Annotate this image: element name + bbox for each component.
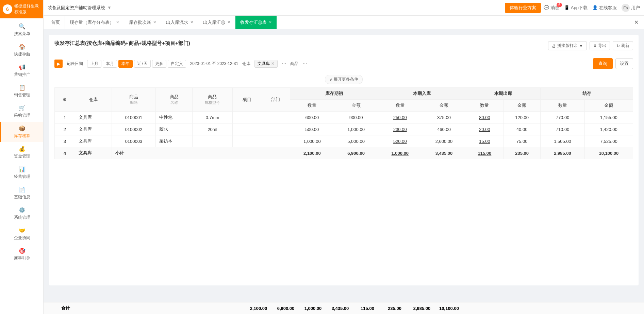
subtotal-in-qty: 1,000.00 [378, 147, 422, 159]
expand-more-btn[interactable]: ∨ 展开更多条件 [325, 75, 363, 84]
date-btn-custom[interactable]: 自定义 [168, 60, 186, 68]
th-out-amt: 金额 [503, 100, 541, 112]
page-header-actions: 🖨 拼接版打印 ▼ ⬇ 导出 ↻ 刷新 [548, 41, 633, 50]
refresh-icon: ↻ [616, 44, 620, 48]
tab-recv-send-summary[interactable]: 收发存汇总表 ✕ [235, 16, 277, 29]
sidebar-item-basic[interactable]: 📄 基础信息 [0, 183, 43, 203]
tab-close-inout-summary[interactable]: ✕ [227, 20, 230, 24]
basic-icon: 📄 [19, 186, 26, 193]
th-bal-amt: 金额 [584, 100, 633, 112]
row-out-qty[interactable]: 80.00 [466, 112, 503, 123]
th-group-balance: 结存 [541, 88, 633, 100]
sidebar-item-operation[interactable]: 📊 经营管理 [0, 163, 43, 183]
row-goods-name: 胶水 [156, 123, 193, 135]
tab-inout-flow[interactable]: 出入库流水 ✕ [161, 16, 198, 29]
sidebar-item-search[interactable]: 🔍 搜索菜单 [0, 20, 43, 40]
row-dept [261, 123, 290, 135]
sidebar-item-finance[interactable]: 💰 资金管理 [0, 142, 43, 163]
date-btn-this-year[interactable]: 本年 [118, 60, 133, 68]
row-in-qty[interactable]: 520.00 [378, 135, 422, 147]
export-button[interactable]: ⬇ 导出 [590, 41, 610, 50]
query-button[interactable]: 查询 [593, 58, 613, 69]
purchase-icon: 🛒 [19, 105, 26, 111]
column-settings-icon[interactable]: ⚙ [63, 97, 67, 102]
tab-bar: 首页 现存量（库存分布表） ✕ 库存批次账 ✕ 出入库流水 ✕ 出入库汇总 ✕ … [44, 16, 644, 29]
user-label: 用户 [631, 5, 640, 11]
tab-close-batch-ledger[interactable]: ✕ [153, 20, 156, 24]
row-open-amt: 900.00 [334, 112, 378, 123]
subtotal-row: 4 文具库 小计 2,100.00 6,900.00 1,000.00 3,43… [55, 147, 633, 159]
date-btn-last-month[interactable]: 上月 [87, 60, 101, 68]
row-in-qty[interactable]: 250.00 [378, 112, 422, 123]
app-download-item[interactable]: 📱 App下载 [564, 5, 588, 11]
user-item[interactable]: Ea 用户 [622, 4, 640, 12]
page-title: 收发存汇总表(按仓库+商品编码+商品+规格型号+项目+部门) [54, 40, 190, 47]
tab-close-inout-flow[interactable]: ✕ [190, 20, 193, 24]
row-bal-qty: 770.00 [541, 112, 584, 123]
warehouse-tag: 文具库 ✕ [254, 60, 278, 68]
download-icon: 📱 [564, 5, 569, 10]
th-dept: 部门 [261, 88, 290, 112]
row-goods-code: 0100001 [112, 112, 155, 123]
setting-button[interactable]: 设置 [615, 58, 633, 69]
th-goods-code: 商品 编码 [112, 88, 155, 112]
row-project [232, 112, 261, 123]
goods-more-btn[interactable]: ··· [302, 61, 307, 67]
row-bal-amt: 1,420.00 [584, 123, 633, 135]
sidebar-item-purchase[interactable]: 🛒 采购管理 [0, 101, 43, 122]
sidebar-item-inventory[interactable]: 📦 库存核算 [0, 122, 43, 142]
tab-home[interactable]: 首页 [46, 16, 65, 29]
message-badge: 6 [557, 3, 562, 7]
row-goods-name: 中性笔 [156, 112, 193, 123]
sidebar-item-marketing[interactable]: 📢 营销推广 [0, 61, 43, 81]
th-project: 项目 [232, 88, 261, 112]
row-in-qty[interactable]: 230.00 [378, 123, 422, 135]
dropdown-icon: ▼ [107, 5, 112, 10]
sidebar-item-quick-nav[interactable]: 🏠 快捷导航 [0, 40, 43, 61]
row-bal-qty: 1,505.00 [541, 135, 584, 147]
warehouse-tag-remove[interactable]: ✕ [271, 61, 275, 66]
tab-close-stock-dist[interactable]: ✕ [116, 20, 119, 24]
date-btn-more[interactable]: 更多 [152, 60, 166, 68]
sidebar-item-sales[interactable]: 📋 销售管理 [0, 81, 43, 101]
tab-bar-close[interactable]: ✕ [631, 19, 641, 26]
expand-bar: ∨ 展开更多条件 [54, 75, 633, 84]
row-seq: 3 [55, 135, 75, 147]
refresh-button[interactable]: ↻ 刷新 [613, 41, 633, 50]
sidebar-item-newbie[interactable]: 🎯 新手引导 [0, 244, 43, 265]
row-seq: 2 [55, 123, 75, 135]
filter-collapse-btn[interactable]: ▶ [54, 60, 63, 68]
total-in-qty: 1,000.00 [299, 306, 327, 311]
tab-inout-summary[interactable]: 出入库汇总 ✕ [198, 16, 235, 29]
sidebar-item-enterprise[interactable]: 🤝 企业协同 [0, 224, 43, 244]
page-header: 收发存汇总表(按仓库+商品编码+商品+规格型号+项目+部门) 🖨 拼接版打印 ▼… [54, 40, 633, 51]
subtotal-open-amt: 6,900.00 [334, 147, 378, 159]
date-btn-this-month[interactable]: 本月 [103, 60, 117, 68]
filter-row-1: 记账日期 上月 本月 本年 近7天 更多 自定义 2023-01-01 至 20… [67, 58, 633, 69]
row-bal-amt: 1,155.00 [584, 112, 633, 123]
row-out-qty[interactable]: 15.00 [466, 135, 503, 147]
row-goods-code: 0100003 [112, 135, 155, 147]
th-settings[interactable]: ⚙ [55, 88, 75, 112]
tab-stock-dist[interactable]: 现存量（库存分布表） ✕ [65, 16, 124, 29]
online-service-item[interactable]: 👤 在线客服 [592, 5, 617, 11]
th-in-qty: 数量 [378, 100, 422, 112]
sidebar-item-system[interactable]: ⚙️ 系统管理 [0, 203, 43, 224]
tab-batch-ledger[interactable]: 库存批次账 ✕ [124, 16, 161, 29]
subtotal-warehouse: 文具库 [75, 147, 112, 159]
th-group-in: 本期入库 [378, 88, 466, 100]
warehouse-more-btn[interactable]: ··· [282, 61, 286, 67]
message-item[interactable]: 💬 消息 6 [544, 5, 559, 11]
date-btn-7days[interactable]: 近7天 [134, 60, 151, 68]
print-button[interactable]: 🖨 拼接版打印 ▼ [548, 41, 587, 50]
row-warehouse: 文具库 [75, 123, 112, 135]
filter-bar: ▶ 记账日期 上月 本月 本年 近7天 更多 自定义 2023-01-01 至 … [54, 55, 633, 72]
row-open-qty: 600.00 [290, 112, 334, 123]
subtotal-label: 小计 [112, 147, 290, 159]
experience-button[interactable]: 体验行业方案 [505, 3, 541, 13]
tab-close-recv-send[interactable]: ✕ [269, 20, 272, 24]
row-out-qty[interactable]: 20.00 [466, 123, 503, 135]
total-label: 合计 [48, 305, 102, 311]
table-row: 3 文具库 0100003 采访本 1,000.00 5,000.00 520.… [55, 135, 633, 147]
main-area: 装备及固定资产辅助管理系统 ▼ 体验行业方案 💬 消息 6 📱 App下载 👤 … [44, 0, 644, 314]
